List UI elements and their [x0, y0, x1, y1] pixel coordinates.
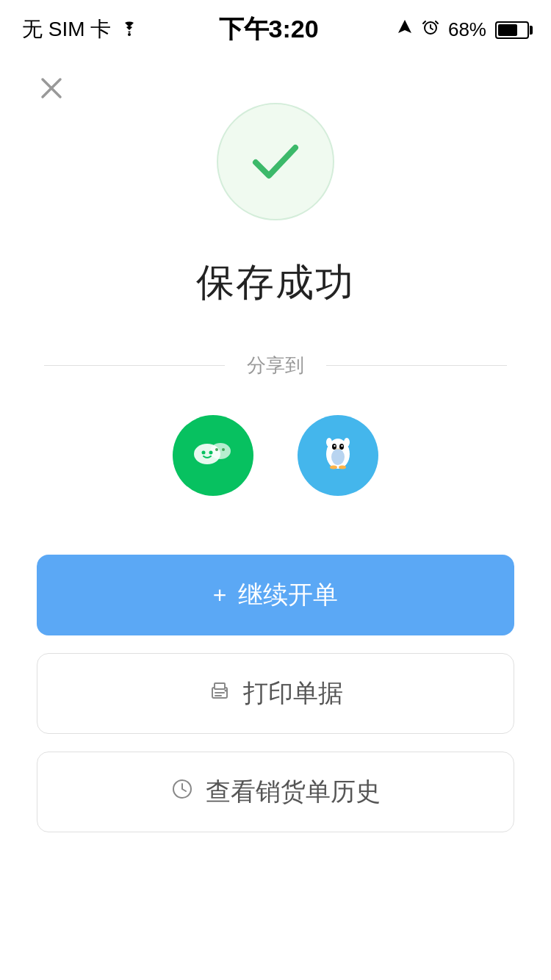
- no-sim-label: 无 SIM 卡: [22, 15, 111, 43]
- status-bar: 无 SIM 卡 下午3:20 68%: [0, 0, 551, 59]
- svg-point-20: [326, 438, 332, 447]
- action-buttons: + 继续开单 打印单据 查看销货单历史: [0, 555, 551, 832]
- history-label: 查看销货单历史: [206, 775, 381, 809]
- svg-point-14: [334, 445, 335, 447]
- status-left: 无 SIM 卡: [22, 15, 140, 43]
- svg-point-6: [202, 451, 206, 455]
- location-icon: [397, 18, 413, 41]
- print-icon: [208, 679, 231, 708]
- clock-icon: [170, 777, 194, 807]
- battery-icon: [495, 18, 529, 41]
- status-time: 下午3:20: [219, 12, 319, 46]
- share-icons-row: [173, 415, 378, 496]
- divider-left: [44, 365, 225, 366]
- continue-order-button[interactable]: + 继续开单: [37, 555, 514, 635]
- svg-point-18: [330, 466, 337, 469]
- svg-point-19: [339, 466, 346, 469]
- svg-point-21: [344, 438, 350, 447]
- status-right: 68%: [397, 18, 529, 41]
- print-button[interactable]: 打印单据: [37, 653, 514, 734]
- success-title: 保存成功: [196, 257, 355, 309]
- svg-point-26: [225, 690, 227, 692]
- divider-right: [326, 365, 507, 366]
- qq-share-button[interactable]: [298, 415, 378, 496]
- share-section: 分享到: [0, 353, 551, 378]
- svg-point-5: [210, 443, 231, 459]
- share-label: 分享到: [225, 353, 326, 378]
- close-button[interactable]: [29, 66, 73, 110]
- success-icon-circle: [217, 103, 334, 220]
- svg-rect-25: [215, 695, 222, 696]
- wifi-icon: [118, 18, 140, 41]
- main-content: 保存成功 分享到: [0, 59, 551, 832]
- plus-icon: +: [213, 582, 227, 609]
- svg-rect-24: [215, 692, 225, 693]
- svg-point-9: [222, 448, 225, 451]
- alarm-icon: [422, 18, 439, 41]
- svg-point-7: [209, 451, 213, 455]
- svg-point-8: [215, 448, 218, 451]
- history-button[interactable]: 查看销货单历史: [37, 752, 514, 832]
- svg-point-15: [341, 445, 342, 447]
- print-label: 打印单据: [243, 677, 343, 710]
- svg-point-0: [128, 33, 131, 36]
- svg-rect-23: [215, 683, 225, 689]
- battery-percent: 68%: [448, 18, 486, 41]
- svg-point-17: [331, 449, 345, 465]
- wechat-share-button[interactable]: [173, 415, 253, 496]
- continue-order-label: 继续开单: [238, 578, 338, 612]
